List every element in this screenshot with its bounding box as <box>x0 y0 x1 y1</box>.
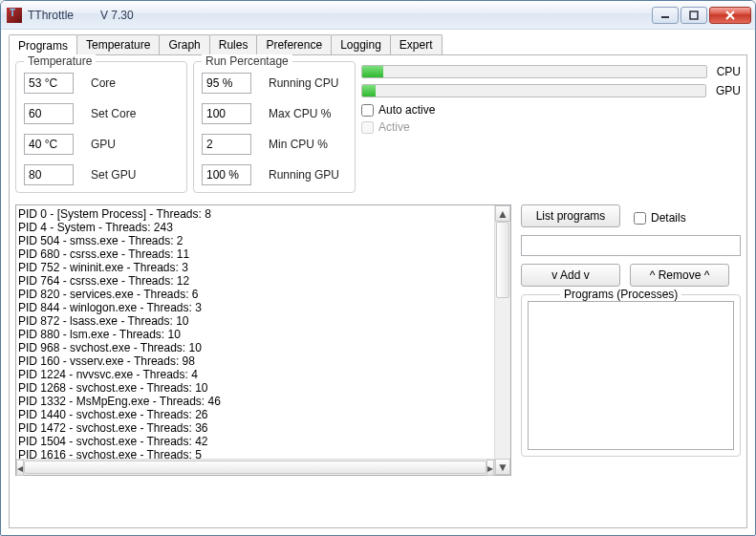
app-window: TThrottle V 7.30 ProgramsTemperatureGrap… <box>0 0 756 536</box>
maximize-button[interactable] <box>680 7 707 24</box>
close-button[interactable] <box>709 7 751 24</box>
group-run-title: Run Percentage <box>202 54 292 68</box>
group-usage-bars: CPU GPU Auto active Active <box>361 61 741 193</box>
process-list-text[interactable]: PID 0 - [System Process] - Threads: 8 PI… <box>16 205 494 475</box>
process-list-box[interactable]: PID 0 - [System Process] - Threads: 8 PI… <box>15 204 511 476</box>
scroll-track[interactable] <box>495 222 510 459</box>
active-checkbox-row: Active <box>361 120 741 134</box>
set-core-input[interactable] <box>24 103 74 124</box>
auto-active-label: Auto active <box>378 103 435 117</box>
core-temp-label: Core <box>91 76 179 90</box>
active-checkbox <box>361 121 374 134</box>
scroll-thumb-h[interactable] <box>24 461 486 474</box>
details-checkbox[interactable] <box>634 212 646 225</box>
minimize-button[interactable] <box>652 7 679 24</box>
auto-active-checkbox-row: Auto active <box>361 103 741 117</box>
details-label: Details <box>651 211 686 225</box>
set-core-label: Set Core <box>91 107 179 120</box>
max-cpu-input[interactable] <box>202 103 251 124</box>
gpu-temp-label: GPU <box>91 138 179 151</box>
tab-graph[interactable]: Graph <box>159 34 209 54</box>
svg-rect-1 <box>690 11 698 19</box>
set-gpu-label: Set GPU <box>91 168 179 182</box>
vertical-scrollbar[interactable]: ▲ ▼ <box>494 205 510 475</box>
tab-programs[interactable]: Programs <box>9 34 77 55</box>
gpu-temp-input[interactable] <box>24 134 74 155</box>
programs-processes-title: Programs (Processes) <box>560 288 681 301</box>
max-cpu-label: Max CPU % <box>269 107 347 120</box>
scroll-up-button[interactable]: ▲ <box>495 205 510 222</box>
scroll-down-button[interactable]: ▼ <box>495 459 510 475</box>
cpu-usage-bar <box>361 65 707 78</box>
running-cpu-input[interactable] <box>202 73 251 94</box>
tab-logging[interactable]: Logging <box>331 34 391 54</box>
min-cpu-input[interactable] <box>202 134 251 155</box>
gpu-usage-bar <box>361 84 706 97</box>
programs-processes-list[interactable] <box>528 301 734 450</box>
scroll-right-button[interactable]: ▸ <box>486 460 494 476</box>
running-cpu-label: Running CPU <box>269 76 347 90</box>
right-column: List programs Details v Add v ^ Remove ^… <box>521 204 741 476</box>
app-icon <box>7 8 22 23</box>
min-cpu-label: Min CPU % <box>269 138 347 151</box>
running-gpu-label: Running GPU <box>269 168 347 182</box>
scroll-thumb[interactable] <box>496 222 509 298</box>
titlebar: TThrottle V 7.30 <box>1 1 755 30</box>
gpu-usage-label: GPU <box>716 84 741 97</box>
tab-temperature[interactable]: Temperature <box>76 34 160 54</box>
tab-expert[interactable]: Expert <box>390 34 443 54</box>
client-area: ProgramsTemperatureGraphRulesPreferenceL… <box>1 30 755 535</box>
program-filter-input[interactable] <box>521 235 741 256</box>
programs-processes-group: Programs (Processes) <box>521 294 741 457</box>
horizontal-scrollbar[interactable]: ◂ ▸ <box>16 459 494 475</box>
scroll-left-button[interactable]: ◂ <box>16 460 24 476</box>
cpu-usage-label: CPU <box>717 65 741 78</box>
auto-active-checkbox[interactable] <box>361 104 374 117</box>
add-button[interactable]: v Add v <box>521 264 620 287</box>
set-gpu-input[interactable] <box>24 164 74 185</box>
app-version: V 7.30 <box>100 9 134 22</box>
group-run-percentage: Run Percentage Running CPU Max CPU % Min… <box>193 61 356 193</box>
details-checkbox-row: Details <box>634 211 686 225</box>
list-programs-button[interactable]: List programs <box>521 204 620 227</box>
tab-preference[interactable]: Preference <box>256 34 332 54</box>
tab-programs-pane: Temperature Core Set Core GPU Set GPU Ru… <box>9 55 747 528</box>
scroll-track-h[interactable] <box>24 460 486 475</box>
group-temperature: Temperature Core Set Core GPU Set GPU <box>15 61 187 193</box>
remove-button[interactable]: ^ Remove ^ <box>630 264 729 287</box>
tabstrip: ProgramsTemperatureGraphRulesPreferenceL… <box>9 33 747 55</box>
core-temp-input[interactable] <box>24 73 74 94</box>
app-title: TThrottle <box>28 9 74 22</box>
running-gpu-input[interactable] <box>202 164 251 185</box>
group-temperature-title: Temperature <box>24 54 96 68</box>
tab-rules[interactable]: Rules <box>209 34 258 54</box>
active-label: Active <box>378 120 410 134</box>
